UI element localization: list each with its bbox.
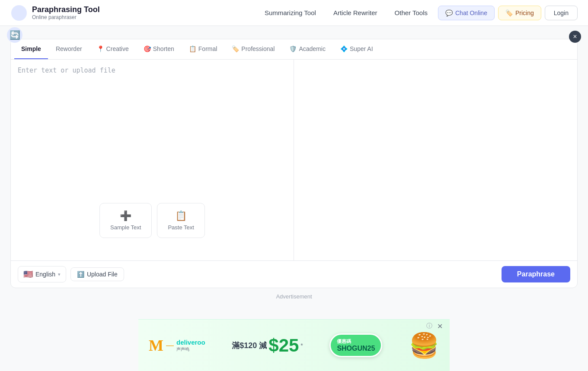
sample-text-button[interactable]: ➕ Sample Text — [99, 203, 152, 238]
tab-simple[interactable]: Simple — [14, 39, 48, 59]
super-ai-icon: 💠 — [340, 45, 348, 52]
language-selector[interactable]: 🇺🇸 English ▾ — [18, 266, 66, 282]
tab-creative-label: Creative — [106, 45, 129, 52]
upload-file-label: Upload File — [87, 271, 118, 278]
center-action-buttons: ➕ Sample Text 📋 Paste Text — [18, 196, 287, 245]
language-flag: 🇺🇸 — [23, 270, 33, 279]
pricing-label: Pricing — [515, 10, 534, 16]
tab-super-ai[interactable]: 💠 Super AI — [333, 39, 380, 59]
pricing-button[interactable]: 🏷️ Pricing — [498, 6, 541, 20]
header: 🦜 Paraphrasing Tool Online paraphraser S… — [0, 0, 588, 26]
sample-text-icon: ➕ — [120, 210, 131, 222]
svg-point-0 — [11, 5, 27, 21]
logo-area[interactable]: 🦜 Paraphrasing Tool Online paraphraser — [10, 4, 100, 22]
tab-shorten-label: Shorten — [153, 45, 174, 52]
sample-text-label: Sample Text — [110, 224, 141, 231]
tab-reworder-label: Reworder — [56, 45, 82, 52]
tab-formal-label: Formal — [198, 45, 217, 52]
paraphrase-button[interactable]: Paraphrase — [502, 266, 570, 282]
creative-icon: 📍 — [97, 45, 104, 52]
paste-text-button[interactable]: 📋 Paste Text — [157, 203, 205, 238]
text-input[interactable] — [18, 67, 287, 187]
login-button[interactable]: Login — [545, 6, 578, 20]
tab-reworder[interactable]: Reworder — [49, 39, 89, 59]
paste-text-icon: 📋 — [175, 210, 187, 222]
professional-icon: 🏷️ — [232, 45, 239, 52]
editor-area: ➕ Sample Text 📋 Paste Text — [11, 60, 577, 260]
close-overlay-button[interactable]: × — [569, 31, 581, 43]
upload-icon: ⬆️ — [77, 271, 84, 278]
bottom-toolbar: 🇺🇸 English ▾ ⬆️ Upload File Paraphrase — [11, 260, 577, 288]
close-icon: × — [573, 33, 577, 41]
chat-icon: 💬 — [445, 10, 453, 16]
editor-right-panel — [294, 60, 577, 260]
chat-widget[interactable]: 🔄 — [7, 27, 22, 43]
nav-article-rewriter[interactable]: Article Rewriter — [326, 6, 384, 20]
editor-left-panel: ➕ Sample Text 📋 Paste Text — [11, 60, 294, 260]
tab-professional-label: Professional — [241, 45, 275, 52]
main-content: Simple Reworder 📍 Creative 🎯 Shorten 📋 F… — [0, 26, 588, 316]
app-title: Paraphrasing Tool — [32, 5, 100, 15]
tab-simple-label: Simple — [21, 45, 41, 52]
tab-shorten[interactable]: 🎯 Shorten — [137, 39, 181, 59]
pricing-icon: 🏷️ — [505, 10, 513, 16]
nav-links: Summarizing Tool Article Rewriter Other … — [258, 6, 578, 20]
chat-online-label: Chat Online — [455, 10, 487, 16]
logo-text: Paraphrasing Tool Online paraphraser — [32, 5, 100, 21]
academic-icon: 🛡️ — [289, 45, 297, 52]
tab-formal[interactable]: 📋 Formal — [182, 39, 224, 59]
chevron-down-icon: ▾ — [58, 272, 61, 277]
nav-other-tools[interactable]: Other Tools — [388, 6, 435, 20]
advertisement-label: Advertisement — [276, 293, 312, 300]
tab-academic-label: Academic — [299, 45, 325, 52]
chat-widget-icon: 🔄 — [10, 30, 20, 40]
tabs-bar: Simple Reworder 📍 Creative 🎯 Shorten 📋 F… — [11, 39, 577, 60]
logo-icon: 🦜 — [10, 4, 28, 22]
tab-super-ai-label: Super AI — [350, 45, 373, 52]
upload-file-button[interactable]: ⬆️ Upload File — [70, 267, 124, 281]
formal-icon: 📋 — [189, 45, 196, 52]
tab-academic[interactable]: 🛡️ Academic — [282, 39, 332, 59]
paste-text-label: Paste Text — [168, 224, 194, 231]
language-label: English — [35, 271, 55, 278]
nav-summarizing-tool[interactable]: Summarizing Tool — [258, 6, 323, 20]
tab-professional[interactable]: 🏷️ Professional — [225, 39, 281, 59]
tab-creative[interactable]: 📍 Creative — [90, 39, 136, 59]
advertisement-section: Advertisement — [10, 288, 578, 303]
shorten-icon: 🎯 — [144, 45, 151, 52]
app-subtitle: Online paraphraser — [32, 14, 100, 20]
tool-card: Simple Reworder 📍 Creative 🎯 Shorten 📋 F… — [10, 39, 578, 288]
chat-online-button[interactable]: 💬 Chat Online — [438, 6, 495, 20]
